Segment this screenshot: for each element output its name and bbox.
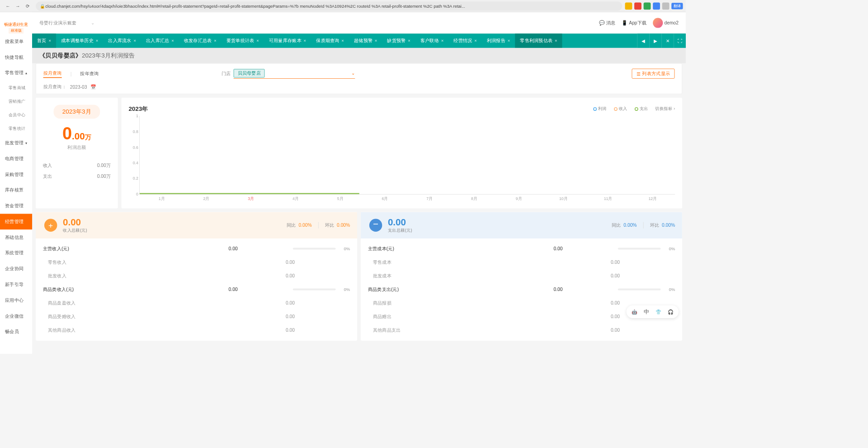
tab[interactable]: 要货单统计表×	[222, 33, 264, 48]
download-button[interactable]: 📱 App下载	[622, 19, 646, 26]
tab-label: 出入库流水	[108, 38, 131, 44]
ext-icon[interactable]	[634, 2, 642, 10]
tab-by-year[interactable]: 按年查询	[80, 70, 99, 77]
y-tick: 0.6	[129, 145, 138, 149]
tab[interactable]: 经营情况×	[448, 33, 481, 48]
fullscreen-button[interactable]: ⛶	[674, 33, 686, 48]
close-icon[interactable]: ×	[171, 38, 174, 43]
url-bar[interactable]: 🔒 cloud.chanjet.com/hsy/u4oor/4daqxh/ioi…	[36, 1, 622, 11]
close-icon[interactable]: ×	[133, 38, 136, 43]
sidebar-item[interactable]: 基础信息	[0, 229, 32, 245]
list-view-button[interactable]: ☰列表方式显示	[632, 69, 675, 79]
sidebar-subitem[interactable]: 营销推广	[0, 95, 32, 108]
account-selector[interactable]: 母婴行业演示账套⌄	[39, 19, 94, 26]
chevron-down-icon: ⌄	[351, 71, 355, 76]
store-selector[interactable]: 门店 贝贝母婴店 ⌄	[222, 69, 355, 78]
translate-button[interactable]: 翻译	[671, 3, 683, 9]
tab[interactable]: 超储预警×	[349, 33, 382, 48]
close-icon[interactable]: ×	[256, 38, 259, 43]
sidebar-item[interactable]: 电商管理	[0, 151, 32, 167]
tab-label: 超储预警	[354, 38, 373, 44]
ext-icon[interactable]	[625, 2, 632, 10]
close-icon[interactable]: ×	[508, 38, 510, 43]
tab[interactable]: 利润报告×	[482, 33, 515, 48]
calendar-icon[interactable]: 📅	[90, 84, 96, 90]
income-label: 收入	[43, 162, 52, 169]
messages-button[interactable]: 💬 消息	[599, 19, 615, 26]
tab[interactable]: 保质期查询×	[311, 33, 349, 48]
sidebar-item[interactable]: 采购管理	[0, 167, 32, 182]
panel-row: 批发收入0.00	[43, 269, 350, 283]
profit-label: 利润总额	[67, 144, 86, 151]
sidebar-item[interactable]: 快捷导航	[0, 49, 32, 65]
tab-home[interactable]: 首页×	[32, 33, 56, 48]
shirt-icon[interactable]: 👕	[654, 307, 663, 316]
sidebar-item[interactable]: 系统管理	[0, 245, 32, 261]
close-icon[interactable]: ×	[375, 38, 377, 43]
expense-amount-label: 支出总额(元)	[388, 227, 412, 233]
row-bar	[293, 289, 336, 291]
tab[interactable]: 可用量库存账本×	[264, 33, 311, 48]
close-icon[interactable]: ×	[96, 38, 99, 43]
close-icon[interactable]: ×	[474, 38, 477, 43]
headset-icon[interactable]: 🎧	[666, 307, 675, 316]
sidebar-item[interactable]: 批发管理▾	[0, 135, 32, 151]
switch-indicator-button[interactable]: 切换指标 ›	[655, 106, 675, 112]
tab-next-button[interactable]: ▶	[649, 33, 661, 48]
tab-label: 经营情况	[453, 38, 472, 44]
income-value: 0.00万	[97, 162, 111, 169]
sidebar-item[interactable]: 应用中心	[0, 292, 32, 308]
close-icon[interactable]: ×	[214, 38, 217, 43]
tab[interactable]: 缺货预警×	[382, 33, 415, 48]
sidebar-item[interactable]: 经营管理	[0, 214, 32, 229]
user-menu[interactable]: demo2	[653, 18, 679, 28]
tab[interactable]: 成本调整单历史×	[56, 33, 103, 48]
robot-icon[interactable]: 🤖	[630, 307, 639, 316]
sidebar-subitem[interactable]: 会员中心	[0, 108, 32, 122]
ext-icon[interactable]	[662, 2, 670, 10]
sidebar-item[interactable]: 企业协同	[0, 261, 32, 277]
row-name: 商品类支出(元)	[368, 286, 554, 292]
sidebar-item[interactable]: 企业微信	[0, 308, 32, 324]
reload-icon[interactable]: ⟳	[23, 1, 33, 11]
tab[interactable]: 客户联络×	[415, 33, 448, 48]
tab[interactable]: 出入库汇总×	[141, 33, 179, 48]
x-tick: 6月	[363, 196, 407, 201]
logo-icon: ゟ	[13, 12, 20, 22]
sidebar-item[interactable]: 搜索菜单	[0, 33, 32, 49]
tab[interactable]: 出入库流水×	[103, 33, 141, 48]
sidebar-item[interactable]: 零售管理▴	[0, 65, 32, 81]
sidebar-subitem[interactable]: 零售商城	[0, 81, 32, 95]
close-icon[interactable]: ×	[408, 38, 410, 43]
close-icon[interactable]: ×	[441, 38, 444, 43]
close-icon[interactable]: ×	[341, 38, 344, 43]
tab-prev-button[interactable]: ◀	[637, 33, 649, 48]
sidebar-subitem[interactable]: 零售统计	[0, 122, 32, 135]
sidebar-item[interactable]: 资金管理	[0, 198, 32, 214]
tab-close-all-button[interactable]: ✕	[661, 33, 674, 48]
x-tick: 10月	[541, 196, 586, 201]
sidebar-item-label: 畅会员	[5, 329, 19, 335]
expense-amount: 0.00	[388, 217, 412, 228]
close-icon[interactable]: ×	[48, 38, 51, 43]
sidebar-item-label: 批发管理	[5, 140, 24, 146]
lang-toggle[interactable]: 中	[642, 307, 651, 316]
close-icon[interactable]: ×	[304, 38, 307, 43]
expense-panel: − 0.00 支出总额(元) 同比 0.00% 环比 0.00% 主营成本(元)…	[361, 212, 682, 340]
tab[interactable]: 收发存汇总表×	[179, 33, 222, 48]
tab-by-month[interactable]: 按月查询	[43, 69, 62, 78]
sidebar-item-label: 采购管理	[5, 171, 24, 177]
close-icon[interactable]: ×	[555, 38, 557, 43]
tab[interactable]: 零售利润预估表×	[515, 33, 562, 48]
sidebar-item[interactable]: 新手引导	[0, 276, 32, 292]
sidebar-item-label: 零售管理	[5, 70, 24, 76]
month-filter-label: 按月查询：	[43, 84, 66, 90]
forward-icon[interactable]: →	[13, 1, 23, 11]
row-name: 商品盘盈收入	[48, 300, 286, 306]
sidebar-item[interactable]: 库存核算	[0, 182, 32, 198]
back-icon[interactable]: ←	[3, 1, 13, 11]
ext-icon[interactable]	[653, 2, 660, 10]
sidebar-item[interactable]: 畅会员	[0, 324, 32, 340]
topbar: 母婴行业演示账套⌄ 💬 消息 📱 App下载 demo2	[32, 12, 686, 33]
ext-icon[interactable]	[644, 2, 651, 10]
